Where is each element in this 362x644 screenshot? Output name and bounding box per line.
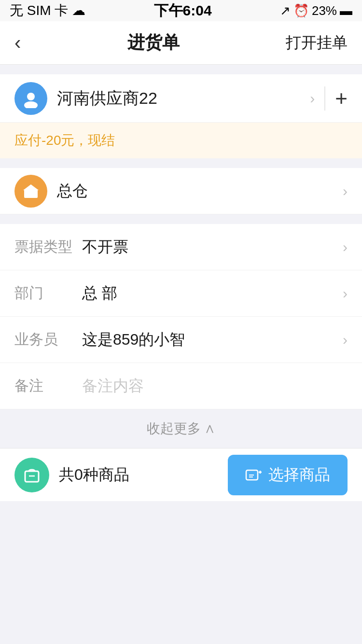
nav-bar: ‹ 进货单 打开挂单 [0, 21, 362, 65]
status-left: 无 SIM 卡 ☁ [10, 1, 85, 20]
page-title: 进货单 [127, 31, 180, 55]
goods-count: 共0种商品 [59, 464, 129, 486]
salesperson-row[interactable]: 业务员 这是859的小智 › [0, 317, 362, 363]
battery-icon: ▬ [340, 3, 352, 18]
status-time: 下午6:04 [154, 1, 212, 21]
select-goods-label: 选择商品 [268, 464, 330, 486]
footer-bar: 共0种商品 选择商品 [0, 448, 362, 501]
main-background [0, 501, 362, 644]
remark-row[interactable]: 备注 备注内容 [0, 363, 362, 409]
svg-point-0 [27, 93, 35, 100]
salesperson-value: 这是859的小智 [82, 329, 343, 350]
supplier-row[interactable]: 河南供应商22 › + [0, 74, 362, 123]
department-value: 总 部 [82, 283, 343, 304]
gap-3 [0, 214, 362, 224]
invoice-type-label: 票据类型 [14, 237, 82, 257]
alarm-icon: ⏰ [293, 3, 309, 18]
goods-icon-circle [14, 458, 49, 492]
supplier-chevron-icon: › [310, 90, 315, 107]
back-button[interactable]: ‹ [14, 32, 21, 54]
warehouse-row[interactable]: 总仓 › [0, 168, 362, 214]
department-chevron-icon: › [343, 285, 348, 302]
salesperson-chevron-icon: › [343, 332, 348, 348]
supplier-section: 河南供应商22 › + 应付-20元，现结 [0, 74, 362, 158]
supplier-name: 河南供应商22 [57, 87, 310, 110]
department-label: 部门 [14, 283, 82, 303]
svg-point-1 [24, 101, 38, 108]
warehouse-section: 总仓 › [0, 168, 362, 214]
battery-level: 23% [312, 3, 337, 18]
notice-text: 应付-20元，现结 [14, 133, 115, 148]
salesperson-label: 业务员 [14, 330, 82, 350]
remark-label: 备注 [14, 376, 82, 396]
gap-2 [0, 158, 362, 168]
gap-1 [0, 65, 362, 74]
location-icon: ↗ [280, 3, 291, 18]
status-right: ↗ ⏰ 23% ▬ [280, 3, 352, 18]
department-row[interactable]: 部门 总 部 › [0, 270, 362, 317]
invoice-chevron-icon: › [343, 239, 348, 255]
remark-value[interactable]: 备注内容 [82, 376, 348, 397]
status-bar: 无 SIM 卡 ☁ 下午6:04 ↗ ⏰ 23% ▬ [0, 0, 362, 21]
add-supplier-button[interactable]: + [335, 86, 348, 111]
invoice-type-row[interactable]: 票据类型 不开票 › [0, 224, 362, 270]
supplier-divider [324, 86, 325, 111]
warehouse-icon-circle [14, 175, 47, 208]
svg-rect-2 [24, 189, 38, 198]
collapse-row[interactable]: 收起更多 ∧ [0, 409, 362, 448]
footer-left: 共0种商品 [14, 458, 129, 492]
invoice-type-value: 不开票 [82, 237, 343, 258]
collapse-label: 收起更多 ∧ [147, 420, 216, 438]
open-pending-button[interactable]: 打开挂单 [286, 32, 348, 54]
select-goods-button[interactable]: 选择商品 [228, 455, 348, 495]
form-section: 票据类型 不开票 › 部门 总 部 › 业务员 这是859的小智 › 备注 备注… [0, 224, 362, 409]
notice-banner: 应付-20元，现结 [0, 123, 362, 158]
sim-status: 无 SIM 卡 ☁ [10, 1, 85, 20]
warehouse-name: 总仓 [57, 181, 343, 202]
svg-marker-3 [23, 184, 39, 190]
warehouse-chevron-icon: › [343, 183, 348, 199]
supplier-avatar [14, 82, 47, 115]
